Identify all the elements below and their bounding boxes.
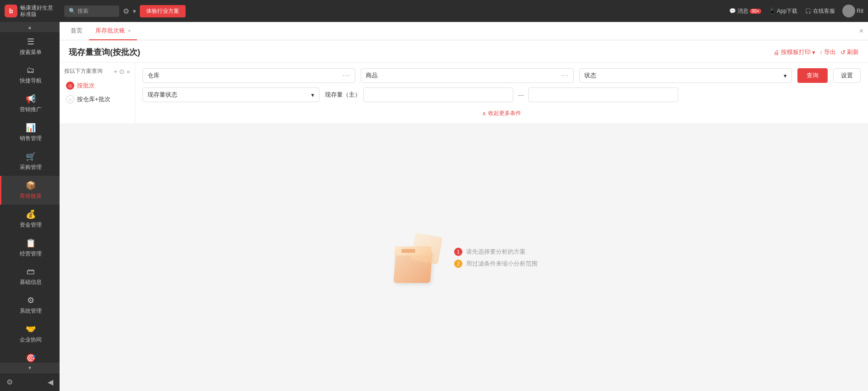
sales-icon: 📊 (26, 123, 36, 133)
print-icon: 🖨 (774, 49, 780, 56)
global-search[interactable]: 🔍 搜索 (64, 5, 119, 17)
sidebar-item-purchase[interactable]: 🛒 采购管理 (0, 147, 60, 176)
filter-row-2: 现存量状态 ▾ 现存量（主） — (143, 87, 861, 102)
refresh-btn[interactable]: ↺ 刷新 (841, 48, 859, 56)
stock-main-from[interactable] (363, 87, 513, 102)
print-btn[interactable]: 🖨 按模板打印 ▾ (774, 48, 815, 56)
sidebar-item-finance[interactable]: 💰 资金管理 (0, 205, 60, 234)
collapse-icon: ∧ (482, 110, 486, 117)
logo-icon: b (5, 5, 17, 17)
settings-icon[interactable]: ⚙ (123, 7, 129, 16)
customer-service-btn[interactable]: 🎧 在线客服 (805, 7, 835, 15)
app-logo: b 畅康通好生意 标准版 (5, 5, 64, 18)
newuser-icon: 🎯 (26, 353, 36, 363)
search-menu-icon: ☰ (27, 37, 34, 47)
status-select[interactable]: 状态 ▾ (579, 68, 792, 83)
page-actions: 🖨 按模板打印 ▾ ↑ 导出 ↺ 刷新 (774, 48, 859, 56)
sidebar-scroll-up[interactable]: ▲ (0, 22, 60, 32)
sidebar-bottom: ⚙ ◀ (0, 373, 60, 391)
messages-btn[interactable]: 💬 消息 99+ (729, 7, 761, 15)
scheme-collapse-icon[interactable]: « (126, 68, 130, 75)
scheme-item-by-batch[interactable]: ⊙ 按批次 (60, 79, 135, 92)
stock-status-select[interactable]: 现存量状态 ▾ (143, 87, 319, 102)
main-layout: ▲ ☰ 搜索菜单 🗂 快捷导航 📢 营销推广 📊 销售管理 🛒 采购管理 (0, 22, 868, 391)
quick-nav-icon: 🗂 (27, 65, 35, 75)
sidebar-item-quick-nav[interactable]: 🗂 快捷导航 (0, 61, 60, 89)
avatar (842, 5, 855, 17)
sidebar-item-basic[interactable]: 🗃 基础信息 (0, 262, 60, 291)
export-icon: ↑ (820, 49, 823, 56)
sidebar-item-search[interactable]: ☰ 搜索菜单 (0, 32, 60, 61)
empty-step-2: 2 用过滤条件来缩小分析范围 (454, 258, 538, 270)
basic-icon: 🗃 (27, 267, 35, 277)
sidebar-item-newuser[interactable]: 🎯 新手引导 (0, 348, 60, 363)
user-avatar-btn[interactable]: Rit (842, 5, 863, 17)
warehouse-input[interactable]: 仓库 ··· (143, 68, 355, 83)
headset-icon: 🎧 (805, 8, 812, 14)
page-title: 现存量查询(按批次) (69, 47, 140, 58)
sidebar-item-enterprise[interactable]: 🤝 企业协同 (0, 320, 60, 348)
message-icon: 💬 (729, 8, 736, 14)
sidebar: ▲ ☰ 搜索菜单 🗂 快捷导航 📢 营销推广 📊 销售管理 🛒 采购管理 (0, 22, 60, 391)
search-icon: 🔍 (69, 8, 76, 14)
scheme-settings-icon[interactable]: ⊙ (119, 68, 125, 75)
print-dropdown-icon: ▾ (812, 49, 815, 56)
stock-main-dash: — (516, 92, 526, 98)
operation-icon: 📋 (26, 238, 36, 248)
sidebar-item-system[interactable]: ⚙ 系统管理 (0, 291, 60, 320)
sidebar-item-sales[interactable]: 📊 销售管理 (0, 118, 60, 147)
sidebar-item-inventory[interactable]: 📦 库存核算 (0, 176, 60, 205)
status-field: 状态 ▾ (579, 68, 792, 83)
sidebar-scroll-down[interactable]: ▼ (0, 363, 60, 373)
tabbar-close-all[interactable]: × (859, 27, 863, 35)
scheme-panel-actions: + ⊙ « (114, 68, 130, 75)
settings-btn[interactable]: 设置 (833, 68, 861, 83)
dropdown-icon[interactable]: ▾ (133, 8, 136, 15)
scheme-item-by-warehouse-batch[interactable]: ○ 按仓库+批次 (60, 92, 135, 106)
product-dots: ··· (561, 71, 568, 80)
sidebar-item-marketing[interactable]: 📢 营销推广 (0, 89, 60, 118)
empty-step-1: 1 请先选择要分析的方案 (454, 246, 538, 258)
messages-badge: 99+ (750, 9, 761, 14)
export-btn[interactable]: ↑ 导出 (820, 48, 836, 56)
topbar: b 畅康通好生意 标准版 🔍 搜索 ⚙ ▾ 体验行业方案 💬 消息 99+ 📱 … (0, 0, 868, 22)
content-area: 首页 库存批次账 × × 现存量查询(按批次) 🖨 按模板打印 ▾ ↑ (60, 22, 868, 391)
sidebar-scroll: ☰ 搜索菜单 🗂 快捷导航 📢 营销推广 📊 销售管理 🛒 采购管理 📦 (0, 32, 60, 363)
collapse-more-btn[interactable]: ∧ 收起更多条件 (143, 107, 861, 118)
query-area: 按以下方案查询 + ⊙ « ⊙ 按批次 ○ 按仓库+批次 (60, 63, 868, 124)
tab-batch-account[interactable]: 库存批次账 × (89, 22, 137, 40)
close-all-icon: × (859, 27, 863, 35)
query-btn[interactable]: 查询 (797, 68, 828, 83)
tabbar: 首页 库存批次账 × × (60, 22, 868, 40)
page-header: 现存量查询(按批次) 🖨 按模板打印 ▾ ↑ 导出 ↺ 刷新 (60, 40, 868, 63)
scheme-add-icon[interactable]: + (114, 68, 117, 75)
inventory-icon: 📦 (26, 180, 36, 190)
app-download-btn[interactable]: 📱 App下载 (769, 7, 797, 15)
phone-icon: 📱 (769, 8, 775, 14)
tab-home[interactable]: 首页 (64, 22, 89, 40)
enterprise-icon: 🤝 (26, 324, 36, 334)
sidebar-collapse-icon[interactable]: ◀ (48, 378, 53, 386)
filter-panel: 仓库 ··· 商品 ··· 状态 (135, 63, 868, 124)
refresh-icon: ↺ (841, 49, 846, 56)
experience-btn[interactable]: 体验行业方案 (140, 5, 186, 17)
scheme-panel: 按以下方案查询 + ⊙ « ⊙ 按批次 ○ 按仓库+批次 (60, 63, 135, 124)
purchase-icon: 🛒 (26, 152, 36, 162)
stock-main-to[interactable] (528, 87, 678, 102)
stock-main-field: 现存量（主） — (325, 87, 679, 102)
finance-icon: 💰 (26, 209, 36, 219)
empty-steps: 1 请先选择要分析的方案 2 用过滤条件来缩小分析范围 (454, 246, 538, 270)
sidebar-item-operation[interactable]: 📋 经营管理 (0, 234, 60, 262)
tab-close-batch[interactable]: × (128, 28, 131, 33)
product-field: 商品 ··· (361, 68, 573, 83)
warehouse-field: 仓库 ··· (143, 68, 355, 83)
step2-num: 2 (454, 260, 462, 268)
empty-state: 1 请先选择要分析的方案 2 用过滤条件来缩小分析范围 (60, 124, 868, 391)
stock-status-field: 现存量状态 ▾ (143, 87, 319, 102)
marketing-icon: 📢 (26, 94, 36, 104)
topbar-right: 💬 消息 99+ 📱 App下载 🎧 在线客服 Rit (729, 5, 863, 17)
product-input[interactable]: 商品 ··· (361, 68, 573, 83)
scheme-active-icon: ⊙ (66, 81, 74, 90)
sidebar-settings-icon[interactable]: ⚙ (6, 378, 13, 386)
filter-row-1: 仓库 ··· 商品 ··· 状态 (143, 68, 861, 83)
